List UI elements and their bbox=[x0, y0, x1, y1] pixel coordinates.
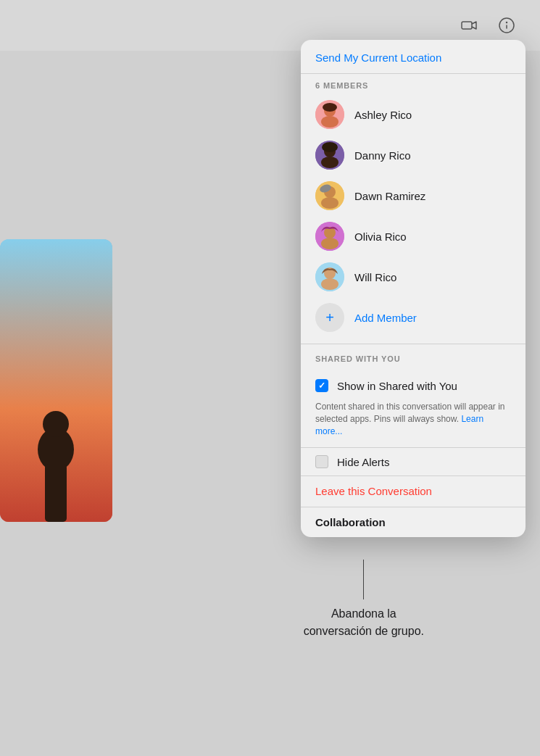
member-name-ashley: Ashley Rico bbox=[354, 109, 412, 121]
photo-thumbnail bbox=[0, 239, 112, 522]
show-in-shared-checkbox[interactable]: ✓ bbox=[315, 379, 328, 392]
collaboration-label: Collaboration bbox=[315, 516, 386, 528]
svg-point-22 bbox=[321, 238, 338, 249]
shared-with-you-header: SHARED WITH YOU bbox=[301, 347, 526, 367]
member-item[interactable]: Ashley Rico bbox=[301, 94, 526, 135]
svg-point-10 bbox=[321, 116, 338, 128]
member-item[interactable]: Danny Rico bbox=[301, 135, 526, 175]
video-call-icon[interactable] bbox=[457, 14, 481, 37]
svg-point-18 bbox=[321, 197, 338, 209]
avatar-danny bbox=[315, 141, 344, 170]
member-item[interactable]: Olivia Rico bbox=[301, 216, 526, 257]
member-list: Ashley Rico Danny Rico bbox=[301, 94, 526, 341]
shared-with-you-section: ✓ Show in Shared with You Content shared… bbox=[301, 367, 526, 447]
hide-alerts-row[interactable]: Hide Alerts bbox=[301, 447, 526, 475]
add-member-icon: + bbox=[315, 303, 344, 332]
show-in-shared-label: Show in Shared with You bbox=[337, 380, 457, 392]
svg-point-11 bbox=[323, 103, 337, 112]
leave-conversation-button[interactable]: Leave this Conversation bbox=[315, 485, 432, 497]
add-member-label: Add Member bbox=[354, 312, 417, 324]
svg-rect-4 bbox=[462, 22, 472, 29]
member-name-will: Will Rico bbox=[354, 271, 396, 283]
member-item[interactable]: Dawn Ramirez bbox=[301, 175, 526, 216]
avatar-ashley bbox=[315, 100, 344, 129]
add-member-button[interactable]: + Add Member bbox=[301, 297, 526, 338]
callout-line bbox=[363, 560, 364, 599]
show-in-shared-row[interactable]: ✓ Show in Shared with You bbox=[301, 373, 526, 398]
svg-rect-2 bbox=[45, 464, 67, 522]
callout-text: Abandona laconversación de grupo. bbox=[304, 605, 424, 640]
info-icon[interactable] bbox=[495, 14, 518, 37]
hide-alerts-checkbox[interactable] bbox=[315, 455, 328, 468]
send-location-section: Send My Current Location bbox=[301, 40, 526, 74]
svg-point-3 bbox=[43, 411, 69, 437]
send-location-button[interactable]: Send My Current Location bbox=[315, 51, 441, 64]
member-name-olivia: Olivia Rico bbox=[354, 230, 407, 243]
collaboration-section: Collaboration bbox=[301, 507, 526, 537]
hide-alerts-label: Hide Alerts bbox=[337, 456, 390, 468]
member-name-dawn: Dawn Ramirez bbox=[354, 190, 425, 202]
svg-point-14 bbox=[321, 157, 338, 168]
info-popup: Send My Current Location 6 MEMBERS Ashle… bbox=[301, 40, 526, 537]
divider-1 bbox=[301, 344, 526, 344]
shared-description: Content shared in this conversation will… bbox=[301, 398, 526, 444]
avatar-will bbox=[315, 262, 344, 291]
svg-point-15 bbox=[322, 142, 338, 152]
checkmark-icon: ✓ bbox=[318, 381, 325, 391]
members-header: 6 MEMBERS bbox=[301, 74, 526, 94]
member-name-danny: Danny Rico bbox=[354, 149, 411, 162]
svg-point-25 bbox=[321, 278, 338, 290]
member-item[interactable]: Will Rico bbox=[301, 257, 526, 297]
callout-container: Abandona laconversación de grupo. bbox=[304, 560, 424, 640]
background-photo bbox=[0, 239, 112, 522]
avatar-olivia bbox=[315, 222, 344, 251]
leave-conversation-section: Leave this Conversation bbox=[301, 475, 526, 507]
avatar-dawn bbox=[315, 181, 344, 210]
